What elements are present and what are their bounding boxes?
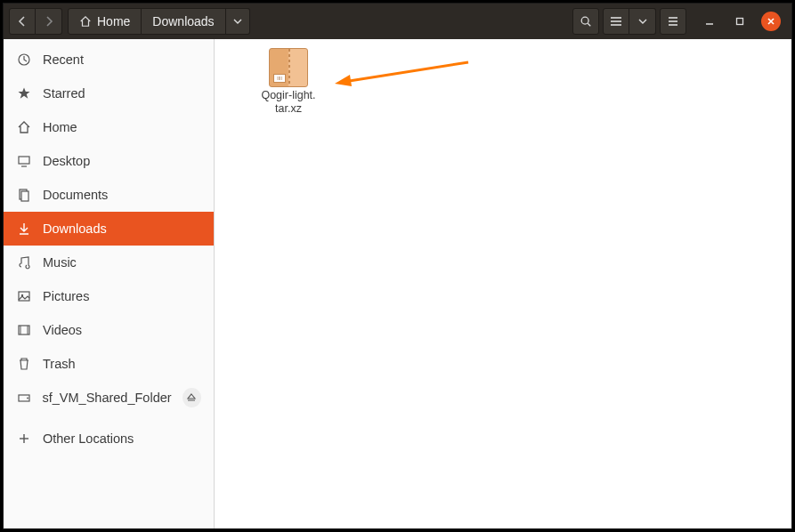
pictures-icon (16, 289, 32, 303)
minimize-button[interactable] (701, 12, 718, 30)
downloads-icon (16, 222, 32, 236)
menu-icon (667, 16, 679, 27)
star-icon (16, 86, 32, 101)
documents-icon (16, 188, 32, 202)
file-item[interactable]: IIII Qogir-light. tar.xz (247, 48, 330, 116)
caret-down-icon (638, 19, 647, 24)
sidebar-item-label: Home (43, 120, 77, 134)
view-mode-group (603, 8, 656, 35)
sidebar-item-pictures[interactable]: Pictures (4, 279, 214, 313)
search-button[interactable] (572, 8, 599, 35)
sidebar-item-label: Downloads (43, 222, 107, 236)
sidebar-item-recent[interactable]: Recent (4, 43, 214, 77)
minimize-icon (704, 16, 715, 27)
back-button[interactable] (9, 8, 36, 35)
trash-icon (16, 357, 32, 371)
sidebar-item-label: Documents (43, 188, 108, 202)
sidebar-item-music[interactable]: Music (4, 246, 214, 279)
eject-button[interactable] (183, 388, 201, 407)
svg-line-26 (344, 62, 468, 82)
caret-down-icon (233, 19, 242, 24)
sidebar-item-trash[interactable]: Trash (4, 347, 214, 381)
close-button[interactable] (761, 12, 781, 31)
sidebar-item-label: Videos (43, 323, 82, 337)
sidebar-item-home[interactable]: Home (4, 110, 214, 144)
sidebar: Recent Starred Home Desktop (4, 39, 215, 528)
sidebar-item-shared-folder[interactable]: sf_VM_Shared_Folder (4, 381, 214, 415)
close-icon (767, 17, 775, 26)
sidebar-item-label: Other Locations (43, 431, 134, 446)
sidebar-item-label: Desktop (43, 154, 90, 168)
path-segment-home[interactable]: Home (68, 8, 142, 35)
annotation-arrow (330, 55, 473, 91)
file-manager-window: Home Downloads (3, 3, 792, 529)
sidebar-item-label: Starred (43, 86, 85, 101)
maximize-icon (734, 16, 745, 27)
toolbar-right (572, 8, 786, 35)
sidebar-item-label: sf_VM_Shared_Folder (43, 391, 172, 405)
titlebar: Home Downloads (4, 4, 791, 39)
sidebar-item-label: Music (43, 255, 77, 270)
file-name-label: Qogir-light. tar.xz (261, 89, 315, 116)
chevron-right-icon (45, 16, 53, 27)
hamburger-menu-button[interactable] (660, 8, 686, 35)
home-icon (16, 120, 32, 134)
window-controls (701, 12, 781, 31)
search-icon (580, 15, 592, 28)
view-options-button[interactable] (629, 8, 656, 35)
svg-point-23 (27, 398, 28, 399)
home-icon (79, 15, 92, 28)
path-segment-label: Downloads (152, 14, 214, 28)
svg-point-0 (581, 17, 588, 24)
nav-buttons (9, 8, 62, 35)
path-bar: Home Downloads (68, 8, 250, 35)
svg-rect-16 (21, 191, 28, 201)
path-segment-label: Home (97, 14, 130, 28)
svg-line-1 (588, 23, 590, 26)
sidebar-item-other-locations[interactable]: Other Locations (4, 422, 214, 455)
archive-icon: IIII (269, 48, 308, 87)
list-icon (610, 16, 622, 27)
svg-rect-9 (737, 19, 743, 25)
sidebar-item-videos[interactable]: Videos (4, 313, 214, 347)
plus-icon (16, 432, 32, 445)
music-icon (16, 255, 32, 270)
eject-icon (187, 393, 196, 402)
svg-marker-27 (335, 75, 352, 86)
desktop-icon (16, 154, 32, 168)
sidebar-item-downloads[interactable]: Downloads (4, 212, 214, 246)
chevron-left-icon (18, 16, 27, 27)
maximize-button[interactable] (731, 12, 749, 30)
sidebar-item-desktop[interactable]: Desktop (4, 144, 214, 178)
svg-rect-13 (19, 157, 29, 164)
path-segment-current[interactable]: Downloads (142, 8, 225, 35)
forward-button[interactable] (36, 8, 62, 35)
content-pane[interactable]: IIII Qogir-light. tar.xz (215, 39, 791, 528)
clock-icon (16, 52, 32, 67)
sidebar-item-label: Pictures (43, 289, 89, 303)
path-menu-button[interactable] (226, 8, 250, 35)
sidebar-item-documents[interactable]: Documents (4, 178, 214, 212)
drive-icon (16, 391, 32, 405)
videos-icon (16, 323, 32, 337)
sidebar-item-starred[interactable]: Starred (4, 77, 214, 110)
list-view-button[interactable] (603, 8, 629, 35)
window-body: Recent Starred Home Desktop (4, 39, 791, 528)
sidebar-item-label: Recent (43, 52, 84, 67)
sidebar-item-label: Trash (43, 357, 76, 371)
